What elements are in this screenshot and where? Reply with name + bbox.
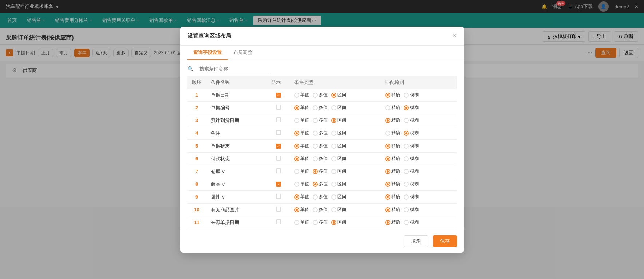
radio-circle[interactable] bbox=[294, 105, 299, 110]
type-option[interactable]: 单值 bbox=[294, 105, 309, 111]
type-option[interactable]: 单值 bbox=[294, 143, 309, 149]
match-option[interactable]: 模糊 bbox=[404, 181, 419, 187]
match-radio-circle[interactable] bbox=[404, 105, 409, 110]
match-option[interactable]: 模糊 bbox=[404, 194, 419, 200]
type-option[interactable]: 区间 bbox=[331, 168, 346, 174]
radio-circle[interactable] bbox=[294, 169, 299, 174]
radio-circle[interactable] bbox=[331, 220, 336, 225]
match-radio-circle[interactable] bbox=[385, 156, 390, 161]
match-option[interactable]: 精确 bbox=[385, 92, 400, 98]
type-option[interactable]: 多值 bbox=[313, 194, 328, 200]
radio-circle[interactable] bbox=[313, 118, 318, 123]
match-radio-circle[interactable] bbox=[385, 220, 390, 225]
type-option[interactable]: 单值 bbox=[294, 194, 309, 200]
row-show[interactable] bbox=[267, 190, 290, 203]
type-option[interactable]: 区间 bbox=[331, 143, 346, 149]
row-show[interactable] bbox=[267, 152, 290, 165]
radio-circle[interactable] bbox=[294, 194, 299, 200]
tab-layout-adjust[interactable]: 布局调整 bbox=[228, 46, 258, 60]
radio-circle[interactable] bbox=[313, 131, 318, 136]
show-checkbox[interactable]: ✓ bbox=[276, 144, 281, 149]
type-option[interactable]: 区间 bbox=[331, 105, 346, 111]
radio-circle[interactable] bbox=[313, 169, 318, 174]
type-option[interactable]: 多值 bbox=[313, 168, 328, 174]
match-radio-circle[interactable] bbox=[404, 207, 409, 212]
radio-circle[interactable] bbox=[331, 118, 336, 123]
match-radio-circle[interactable] bbox=[385, 182, 390, 187]
match-option[interactable]: 精确 bbox=[385, 168, 400, 174]
row-show[interactable] bbox=[267, 114, 290, 127]
match-radio-circle[interactable] bbox=[385, 93, 390, 98]
match-option[interactable]: 模糊 bbox=[404, 219, 419, 225]
radio-circle[interactable] bbox=[294, 156, 299, 161]
type-option[interactable]: 单值 bbox=[294, 219, 309, 225]
match-radio-circle[interactable] bbox=[385, 169, 390, 174]
match-radio-circle[interactable] bbox=[385, 207, 390, 212]
show-checkbox[interactable]: ✓ bbox=[276, 182, 281, 187]
row-show[interactable] bbox=[267, 127, 290, 140]
type-option[interactable]: 多值 bbox=[313, 156, 328, 162]
type-option[interactable]: 区间 bbox=[331, 117, 346, 123]
match-radio-circle[interactable] bbox=[404, 156, 409, 161]
match-radio-circle[interactable] bbox=[404, 118, 409, 123]
radio-circle[interactable] bbox=[331, 194, 336, 200]
match-option[interactable]: 模糊 bbox=[404, 143, 419, 149]
match-option[interactable]: 模糊 bbox=[404, 156, 419, 162]
radio-circle[interactable] bbox=[313, 93, 318, 98]
type-option[interactable]: 多值 bbox=[313, 143, 328, 149]
show-checkbox[interactable] bbox=[276, 168, 281, 173]
radio-circle[interactable] bbox=[331, 182, 336, 187]
type-option[interactable]: 区间 bbox=[331, 207, 346, 213]
show-checkbox[interactable] bbox=[276, 117, 281, 122]
save-button[interactable]: 保存 bbox=[433, 235, 457, 247]
type-option[interactable]: 多值 bbox=[313, 130, 328, 136]
type-option[interactable]: 区间 bbox=[331, 181, 346, 187]
radio-circle[interactable] bbox=[294, 207, 299, 212]
row-show[interactable]: ✓ bbox=[267, 178, 290, 190]
show-checkbox[interactable] bbox=[276, 219, 281, 224]
match-radio-circle[interactable] bbox=[385, 131, 390, 136]
radio-circle[interactable] bbox=[331, 105, 336, 110]
show-checkbox[interactable] bbox=[276, 105, 281, 110]
cancel-button[interactable]: 取消 bbox=[404, 235, 428, 247]
type-option[interactable]: 单值 bbox=[294, 130, 309, 136]
search-input[interactable] bbox=[197, 64, 269, 73]
type-option[interactable]: 多值 bbox=[313, 219, 328, 225]
show-checkbox[interactable]: ✓ bbox=[276, 93, 281, 98]
type-option[interactable]: 单值 bbox=[294, 92, 309, 98]
radio-circle[interactable] bbox=[331, 131, 336, 136]
match-option[interactable]: 模糊 bbox=[404, 168, 419, 174]
type-option[interactable]: 区间 bbox=[331, 194, 346, 200]
match-radio-circle[interactable] bbox=[404, 169, 409, 174]
match-option[interactable]: 模糊 bbox=[404, 92, 419, 98]
radio-circle[interactable] bbox=[294, 220, 299, 225]
match-option[interactable]: 精确 bbox=[385, 156, 400, 162]
radio-circle[interactable] bbox=[294, 131, 299, 136]
type-option[interactable]: 多值 bbox=[313, 105, 328, 111]
match-option[interactable]: 精确 bbox=[385, 219, 400, 225]
radio-circle[interactable] bbox=[313, 182, 318, 187]
radio-circle[interactable] bbox=[313, 207, 318, 212]
match-option[interactable]: 模糊 bbox=[404, 130, 419, 136]
match-option[interactable]: 模糊 bbox=[404, 117, 419, 123]
type-option[interactable]: 单值 bbox=[294, 117, 309, 123]
match-option[interactable]: 精确 bbox=[385, 143, 400, 149]
row-show[interactable] bbox=[267, 203, 290, 216]
match-radio-circle[interactable] bbox=[385, 118, 390, 123]
match-option[interactable]: 精确 bbox=[385, 181, 400, 187]
match-radio-circle[interactable] bbox=[404, 182, 409, 187]
match-option[interactable]: 模糊 bbox=[404, 207, 419, 213]
show-checkbox[interactable] bbox=[276, 207, 281, 212]
match-radio-circle[interactable] bbox=[404, 194, 409, 200]
row-show[interactable]: ✓ bbox=[267, 89, 290, 101]
radio-circle[interactable] bbox=[331, 93, 336, 98]
match-option[interactable]: 模糊 bbox=[404, 105, 419, 111]
match-option[interactable]: 精确 bbox=[385, 117, 400, 123]
radio-circle[interactable] bbox=[313, 105, 318, 110]
show-checkbox[interactable] bbox=[276, 156, 281, 161]
radio-circle[interactable] bbox=[294, 93, 299, 98]
match-radio-circle[interactable] bbox=[385, 144, 390, 149]
match-option[interactable]: 精确 bbox=[385, 130, 400, 136]
show-checkbox[interactable] bbox=[276, 194, 281, 199]
dialog-close-button[interactable]: × bbox=[453, 32, 457, 39]
